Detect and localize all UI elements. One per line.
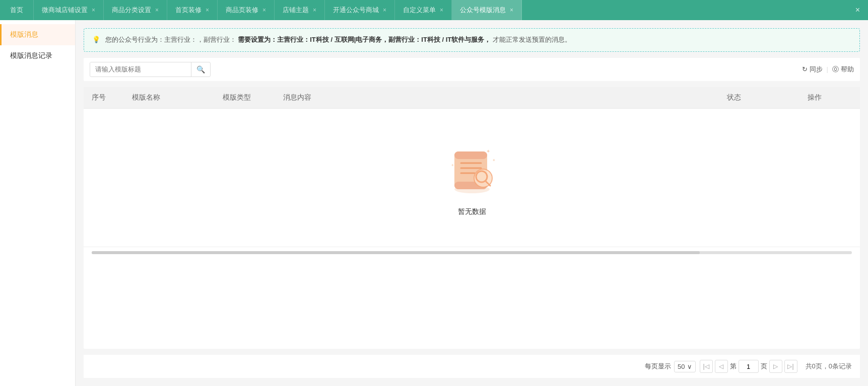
tab-home-label: 首页	[10, 6, 23, 15]
notice-icon: 💡	[92, 36, 100, 43]
last-page-button[interactable]: ▷|	[784, 360, 797, 373]
notice-box: 💡 您的公众号行业为：主营行业：，副营行业： 需要设置为：主营行业：IT科技 /…	[84, 28, 860, 52]
page-size-select-box[interactable]: 50 ∨	[674, 361, 695, 372]
table-header: 序号 模版名称 模版类型 消息内容 状态 操作	[84, 87, 860, 109]
page-suffix: 页	[761, 362, 767, 371]
sync-icon: ↻	[802, 65, 808, 73]
chevron-down-icon: ∨	[687, 363, 692, 370]
tab-template-msg-label: 公众号模版消息	[460, 6, 506, 15]
tab-template-msg-close[interactable]: ×	[510, 7, 513, 14]
tab-custom-menu-close[interactable]: ×	[440, 7, 443, 14]
tab-shop-settings[interactable]: 微商城店铺设置 ×	[34, 0, 104, 20]
search-input[interactable]	[90, 62, 191, 76]
tab-category-settings[interactable]: 商品分类设置 ×	[104, 0, 167, 20]
tab-category-settings-label: 商品分类设置	[112, 6, 151, 15]
tab-shop-settings-label: 微商城店铺设置	[42, 6, 88, 15]
tab-custom-menu-label: 自定义菜单	[403, 6, 436, 15]
notice-text-suffix: 才能正常发送预置的消息。	[493, 36, 571, 43]
tab-bar: 首页 微商城店铺设置 × 商品分类设置 × 首页装修 × 商品页装修 × 店铺主…	[0, 0, 868, 20]
sync-button[interactable]: ↻ 同步	[802, 65, 823, 74]
scrollbar-thumb[interactable]	[92, 251, 700, 254]
search-button[interactable]: 🔍	[191, 62, 210, 76]
svg-text:✦: ✦	[492, 158, 496, 163]
sidebar-item-template-msg-record[interactable]: 模版消息记录	[0, 45, 75, 66]
empty-illustration: ✦ ✦ ✦	[442, 139, 502, 199]
page-label: 第	[730, 362, 737, 371]
fake-scrollbar[interactable]	[92, 251, 852, 254]
divider: |	[827, 65, 828, 73]
tab-shop-theme-label: 店铺主题	[283, 6, 309, 15]
col-status: 状态	[719, 87, 799, 108]
col-name: 模版名称	[124, 87, 215, 108]
table: 序号 模版名称 模版类型 消息内容 状态 操作	[84, 87, 860, 349]
page-input[interactable]	[739, 360, 759, 373]
tab-homepage-decor-close[interactable]: ×	[206, 7, 209, 14]
sync-label: 同步	[810, 65, 823, 74]
tab-product-decor-label: 商品页装修	[226, 6, 258, 15]
next-page-button[interactable]: ▷	[769, 360, 782, 373]
help-icon: ⓪	[832, 65, 839, 74]
content-area: 💡 您的公众号行业为：主营行业：，副营行业： 需要设置为：主营行业：IT科技 /…	[76, 20, 868, 386]
tab-open-mall[interactable]: 开通公众号商城 ×	[325, 0, 395, 20]
first-page-button[interactable]: |◁	[700, 360, 713, 373]
tab-shop-theme-close[interactable]: ×	[313, 7, 316, 14]
tab-open-mall-label: 开通公众号商城	[333, 6, 379, 15]
search-area: 🔍	[90, 62, 211, 77]
prev-page-button[interactable]: ◁	[715, 360, 728, 373]
svg-text:✦: ✦	[486, 148, 490, 154]
svg-text:✦: ✦	[451, 163, 454, 168]
total-info: 共0页，0条记录	[806, 362, 852, 371]
page-size-selector: 每页显示 50 ∨	[645, 361, 695, 372]
tab-shop-settings-close[interactable]: ×	[92, 7, 95, 14]
page-navigation: |◁ ◁ 第 页 ▷ ▷|	[700, 360, 797, 373]
tab-homepage-decor-label: 首页装修	[175, 6, 202, 15]
sidebar-item-template-msg[interactable]: 模版消息	[0, 24, 75, 45]
toolbar: 🔍 ↻ 同步 | ⓪ 帮助	[84, 58, 860, 81]
tab-product-decor-close[interactable]: ×	[262, 7, 266, 14]
pagination: 每页显示 50 ∨ |◁ ◁ 第 页 ▷ ▷| 共0页，0条记录	[84, 355, 860, 378]
col-type: 模版类型	[215, 87, 275, 108]
help-label: 帮助	[841, 65, 854, 74]
sidebar-item-template-msg-record-label: 模版消息记录	[10, 51, 52, 59]
toolbar-right: ↻ 同步 | ⓪ 帮助	[802, 65, 854, 74]
sidebar: 模版消息 模版消息记录	[0, 20, 76, 386]
svg-rect-2	[454, 151, 487, 159]
col-index: 序号	[84, 87, 124, 108]
page-size-label: 每页显示	[645, 362, 671, 371]
notice-highlight: 需要设置为：主营行业：IT科技 / 互联网|电子商务，副营行业：IT科技 / I…	[238, 36, 491, 43]
tab-custom-menu[interactable]: 自定义菜单 ×	[395, 0, 452, 20]
page-size-value: 50	[678, 363, 685, 370]
tab-product-decor[interactable]: 商品页装修 ×	[218, 0, 275, 20]
tab-open-mall-close[interactable]: ×	[383, 7, 386, 14]
col-action: 操作	[799, 87, 860, 108]
empty-state: ✦ ✦ ✦ 暂无数据	[84, 109, 860, 247]
scrollbar-area	[84, 247, 860, 258]
tab-template-msg[interactable]: 公众号模版消息 ×	[452, 0, 522, 20]
main-layout: 模版消息 模版消息记录 💡 您的公众号行业为：主营行业：，副营行业： 需要设置为…	[0, 20, 868, 386]
search-icon: 🔍	[196, 65, 205, 73]
tab-shop-theme[interactable]: 店铺主题 ×	[275, 0, 325, 20]
help-button[interactable]: ⓪ 帮助	[832, 65, 854, 74]
notice-text-prefix: 您的公众号行业为：主营行业：，副营行业：	[105, 36, 236, 43]
empty-text: 暂无数据	[458, 207, 486, 216]
tab-home[interactable]: 首页	[0, 0, 34, 20]
tab-category-settings-close[interactable]: ×	[155, 7, 159, 14]
sidebar-item-template-msg-label: 模版消息	[10, 30, 38, 38]
col-content: 消息内容	[275, 87, 719, 108]
close-all-button[interactable]: ×	[847, 6, 868, 15]
tab-homepage-decor[interactable]: 首页装修 ×	[167, 0, 218, 20]
